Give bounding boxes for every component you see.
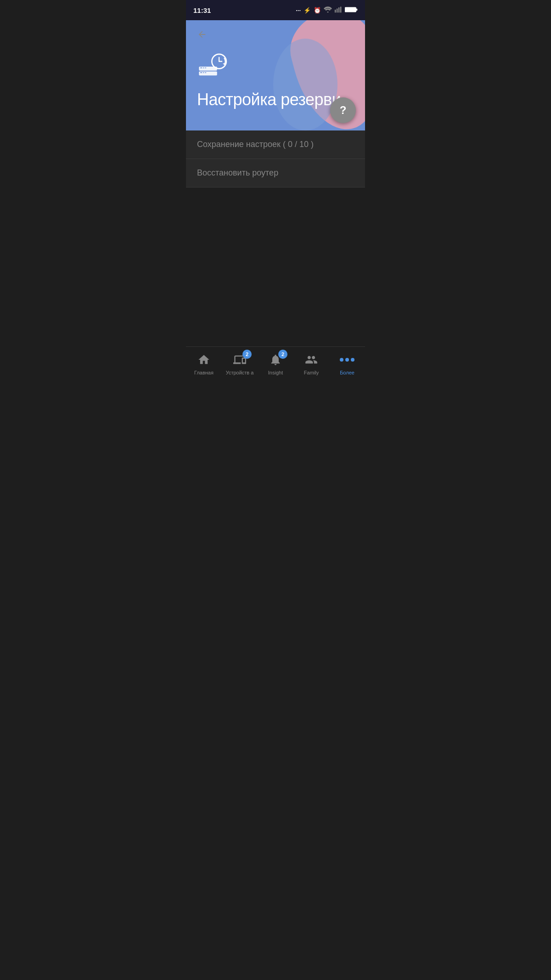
status-time: 11:31 [193, 6, 211, 14]
svg-rect-13 [205, 72, 207, 73]
nav-icon-insight-wrap: 2 [267, 351, 284, 368]
save-settings-item[interactable]: Сохранение настроек ( 0 / 10 ) [186, 130, 365, 159]
content-area: Сохранение настроек ( 0 / 10 ) Восстанов… [186, 130, 365, 187]
nav-item-home[interactable]: Главная [186, 351, 222, 375]
nav-icon-devices-wrap: 2 [231, 351, 248, 368]
bluetooth-icon: ⚡ [304, 7, 311, 14]
restore-router-item[interactable]: Восстановить роутер [186, 159, 365, 187]
svg-rect-10 [199, 72, 217, 76]
svg-rect-8 [203, 68, 204, 68]
svg-rect-5 [356, 8, 358, 10]
nav-label-devices: Устройств а [226, 370, 254, 375]
svg-rect-11 [200, 72, 202, 73]
wifi-icon [324, 6, 332, 14]
svg-rect-2 [338, 7, 339, 12]
nav-item-devices[interactable]: 2 Устройств а [222, 351, 258, 375]
alarm-icon: ⏰ [314, 7, 321, 14]
restore-router-label: Восстановить роутер [197, 168, 278, 177]
more-dot-3 [351, 358, 354, 362]
svg-rect-12 [203, 72, 204, 73]
hero-icon-area [197, 51, 354, 85]
nav-label-more: Более [340, 370, 354, 375]
svg-rect-4 [345, 7, 356, 12]
svg-rect-3 [340, 6, 341, 12]
nav-label-family: Family [304, 370, 319, 375]
devices-badge: 2 [242, 350, 252, 359]
svg-rect-0 [335, 10, 336, 12]
signal-bars-icon [335, 6, 342, 14]
bottom-nav: Главная 2 Устройств а 2 Insight Family [186, 346, 365, 388]
nav-item-family[interactable]: Family [293, 351, 329, 375]
svg-rect-9 [205, 68, 207, 68]
nav-icon-more-wrap [340, 351, 354, 368]
battery-icon [345, 6, 358, 14]
help-icon: ? [340, 104, 347, 117]
home-icon [197, 353, 210, 366]
nav-item-more[interactable]: Более [329, 351, 365, 375]
nav-label-home: Главная [194, 370, 214, 375]
help-button[interactable]: ? [330, 97, 356, 123]
family-icon [305, 353, 318, 366]
signal-dots-icon: ··· [296, 7, 301, 14]
insight-badge: 2 [278, 350, 287, 359]
nav-icon-home-wrap [196, 351, 212, 368]
svg-rect-7 [200, 68, 202, 68]
more-dot-2 [345, 358, 349, 362]
nav-label-insight: Insight [268, 370, 283, 375]
status-icons: ··· ⚡ ⏰ [296, 6, 358, 14]
more-dot-1 [340, 358, 343, 362]
backup-icon [197, 51, 229, 83]
svg-rect-1 [337, 8, 337, 12]
status-bar: 11:31 ··· ⚡ ⏰ [186, 0, 365, 20]
save-settings-label: Сохранение настроек ( 0 / 10 ) [197, 140, 314, 149]
nav-item-insight[interactable]: 2 Insight [258, 351, 293, 375]
nav-icon-family-wrap [303, 351, 320, 368]
back-button[interactable] [197, 28, 207, 41]
